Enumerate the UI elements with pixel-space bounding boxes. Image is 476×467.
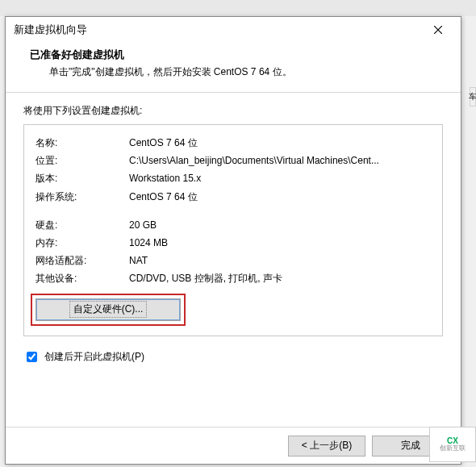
header: 已准备好创建虚拟机 单击"完成"创建虚拟机，然后开始安装 CentOS 7 64… — [6, 43, 461, 93]
wizard-dialog: 新建虚拟机向导 已准备好创建虚拟机 单击"完成"创建虚拟机，然后开始安装 Cen… — [5, 16, 461, 465]
row-network: 网络适配器: NAT — [35, 253, 431, 269]
value-other: CD/DVD, USB 控制器, 打印机, 声卡 — [129, 271, 431, 286]
value-os: CentOS 7 64 位 — [129, 190, 431, 205]
label-other: 其他设备: — [35, 271, 129, 286]
watermark-logo: CX 创新互联 — [429, 427, 476, 462]
label-location: 位置: — [35, 153, 129, 169]
value-name: CentOS 7 64 位 — [129, 136, 431, 151]
value-network: NAT — [129, 253, 431, 269]
power-on-checkbox-input[interactable] — [27, 352, 37, 362]
customize-hardware-label: 自定义硬件(C)... — [69, 301, 148, 318]
close-icon — [434, 26, 442, 34]
power-on-checkbox-label: 创建后开启此虚拟机(P) — [44, 350, 144, 364]
header-subheading: 单击"完成"创建虚拟机，然后开始安装 CentOS 7 64 位。 — [30, 65, 436, 79]
label-disk: 硬盘: — [35, 218, 129, 233]
label-memory: 内存: — [35, 236, 129, 251]
titlebar: 新建虚拟机向导 — [6, 17, 461, 43]
value-location: C:\Users\Alan_beijing\Documents\Virtual … — [129, 153, 431, 169]
label-network: 网络适配器: — [35, 253, 129, 269]
label-name: 名称: — [35, 136, 129, 151]
content-area: 将使用下列设置创建虚拟机: 名称: CentOS 7 64 位 位置: C:\U… — [6, 93, 461, 427]
settings-groupbox: 名称: CentOS 7 64 位 位置: C:\Users\Alan_beij… — [23, 124, 443, 336]
footer: < 上一步(B) 完成 — [6, 427, 461, 464]
group-spacer — [35, 207, 431, 215]
back-button[interactable]: < 上一步(B) — [288, 436, 365, 457]
dialog-title: 新建虚拟机向导 — [14, 23, 422, 37]
settings-prompt: 将使用下列设置创建虚拟机: — [23, 104, 443, 118]
label-os: 操作系统: — [35, 190, 129, 205]
value-version: Workstation 15.x — [129, 171, 431, 186]
background-tabs — [0, 0, 476, 16]
value-memory: 1024 MB — [129, 236, 431, 251]
header-heading: 已准备好创建虚拟机 — [30, 48, 436, 62]
row-memory: 内存: 1024 MB — [35, 236, 431, 251]
power-on-after-create-checkbox[interactable]: 创建后开启此虚拟机(P) — [23, 349, 443, 365]
row-disk: 硬盘: 20 GB — [35, 218, 431, 233]
label-version: 版本: — [35, 171, 129, 186]
watermark-text: 创新互联 — [440, 445, 466, 452]
row-name: 名称: CentOS 7 64 位 — [35, 136, 431, 151]
customize-hardware-button[interactable]: 自定义硬件(C)... — [35, 298, 181, 321]
value-disk: 20 GB — [129, 218, 431, 233]
close-button[interactable] — [422, 19, 454, 41]
row-location: 位置: C:\Users\Alan_beijing\Documents\Virt… — [35, 153, 431, 169]
row-os: 操作系统: CentOS 7 64 位 — [35, 190, 431, 205]
row-version: 版本: Workstation 15.x — [35, 171, 431, 186]
side-tab: 车 — [470, 87, 476, 106]
row-other: 其他设备: CD/DVD, USB 控制器, 打印机, 声卡 — [35, 271, 431, 286]
